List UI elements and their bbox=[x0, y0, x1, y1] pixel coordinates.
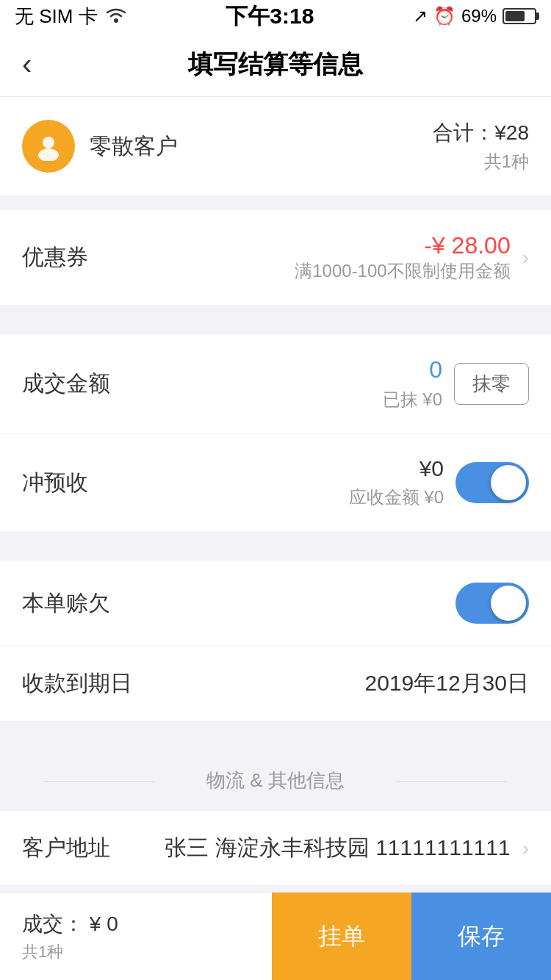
coupon-section[interactable]: 优惠券 -¥ 28.00 满1000-100不限制使用金额 › bbox=[0, 210, 551, 305]
divider-3 bbox=[0, 735, 551, 750]
logistics-header: 物流 & 其他信息 bbox=[0, 750, 551, 811]
coupon-right: -¥ 28.00 满1000-100不限制使用金额 › bbox=[295, 232, 529, 283]
nav-bar: ‹ 填写结算等信息 bbox=[0, 32, 551, 97]
status-bar: 无 SIM 卡 下午3:18 ↗ ⏰ 69% bbox=[0, 0, 551, 32]
credit-toggle[interactable] bbox=[455, 583, 529, 624]
save-button[interactable]: 保存 bbox=[411, 893, 551, 981]
divider-1 bbox=[0, 320, 551, 334]
customer-row: 零散客户 合计：¥28 共1种 bbox=[0, 97, 551, 195]
credit-toggle-knob bbox=[491, 586, 526, 621]
logistics-header-label: 物流 & 其他信息 bbox=[206, 769, 345, 791]
coupon-row[interactable]: 优惠券 -¥ 28.00 满1000-100不限制使用金额 › bbox=[0, 210, 551, 305]
customer-left: 零散客户 bbox=[22, 120, 178, 173]
bottom-info: 成交： ¥ 0 共1种 bbox=[0, 910, 272, 963]
deal-amount-row: 成交金额 0 已抹 ¥0 抹零 bbox=[0, 334, 551, 434]
address-value: 张三 海淀永丰科技园 11111111111 bbox=[165, 833, 510, 863]
due-date-row: 收款到期日 2019年12月30日 bbox=[0, 646, 551, 721]
customer-count: 共1种 bbox=[433, 150, 529, 173]
status-right: ↗ ⏰ 69% bbox=[413, 6, 536, 26]
prepaid-value: ¥0 bbox=[349, 456, 444, 481]
deal-amount-right: 0 已抹 ¥0 抹零 bbox=[383, 356, 529, 411]
coupon-hint: 满1000-100不限制使用金额 bbox=[295, 259, 510, 283]
battery-percent: 69% bbox=[461, 6, 497, 26]
address-chevron-icon: › bbox=[522, 837, 529, 860]
prepaid-label: 冲预收 bbox=[22, 468, 88, 498]
coupon-chevron-icon: › bbox=[522, 246, 529, 270]
address-right: 张三 海淀永丰科技园 11111111111 › bbox=[165, 833, 529, 863]
due-date-label: 收款到期日 bbox=[22, 669, 132, 699]
status-time: 下午3:18 bbox=[226, 1, 314, 32]
hang-button[interactable]: 挂单 bbox=[272, 893, 411, 981]
location-icon: ↗ bbox=[413, 6, 428, 26]
coupon-label: 优惠券 bbox=[22, 242, 88, 273]
bottom-bar: 成交： ¥ 0 共1种 挂单 保存 bbox=[0, 892, 551, 980]
alarm-icon: ⏰ bbox=[433, 6, 455, 26]
coupon-discount: -¥ 28.00 bbox=[295, 232, 510, 259]
deal-amount-label: 成交金额 bbox=[22, 369, 110, 399]
bottom-deal-label: 成交： ¥ 0 bbox=[22, 910, 250, 938]
page-title: 填写结算等信息 bbox=[188, 48, 363, 82]
credit-right bbox=[455, 583, 529, 624]
svg-point-2 bbox=[38, 148, 59, 161]
deal-section: 成交金额 0 已抹 ¥0 抹零 冲预收 ¥0 应收金额 ¥0 bbox=[0, 334, 551, 531]
status-left: 无 SIM 卡 bbox=[15, 4, 127, 29]
address-row[interactable]: 客户地址 张三 海淀永丰科技园 11111111111 › bbox=[0, 811, 551, 885]
deal-amount-sub: 已抹 ¥0 bbox=[383, 388, 442, 411]
prepaid-right: ¥0 应收金额 ¥0 bbox=[349, 456, 529, 509]
customer-section: 零散客户 合计：¥28 共1种 bbox=[0, 97, 551, 195]
deal-amount-value: 0 bbox=[383, 356, 442, 383]
content-area: 零散客户 合计：¥28 共1种 优惠券 -¥ 28.00 满1000-100不限… bbox=[0, 97, 551, 980]
customer-total: 合计：¥28 bbox=[433, 119, 529, 147]
wifi-icon bbox=[105, 5, 127, 28]
prepaid-row: 冲预收 ¥0 应收金额 ¥0 bbox=[0, 434, 551, 531]
credit-section: 本单赊欠 收款到期日 2019年12月30日 bbox=[0, 561, 551, 721]
credit-label: 本单赊欠 bbox=[22, 588, 110, 619]
address-section[interactable]: 客户地址 张三 海淀永丰科技园 11111111111 › bbox=[0, 811, 551, 885]
customer-name: 零散客户 bbox=[90, 131, 178, 162]
svg-point-1 bbox=[43, 137, 54, 148]
bottom-deal-value: ¥ 0 bbox=[90, 912, 118, 935]
round-zero-button[interactable]: 抹零 bbox=[454, 363, 529, 405]
divider-2 bbox=[0, 546, 551, 561]
bottom-count: 共1种 bbox=[22, 941, 250, 963]
customer-avatar bbox=[22, 120, 75, 173]
due-date-value: 2019年12月30日 bbox=[365, 669, 529, 699]
bottom-deal-prefix: 成交： bbox=[22, 912, 84, 935]
prepaid-sub: 应收金额 ¥0 bbox=[349, 486, 444, 509]
prepaid-toggle-knob bbox=[491, 465, 526, 500]
battery-icon bbox=[503, 8, 536, 24]
carrier-label: 无 SIM 卡 bbox=[15, 4, 98, 29]
customer-right: 合计：¥28 共1种 bbox=[433, 119, 529, 173]
address-label: 客户地址 bbox=[22, 833, 110, 863]
svg-point-0 bbox=[114, 18, 118, 23]
credit-row: 本单赊欠 bbox=[0, 561, 551, 646]
back-button[interactable]: ‹ bbox=[22, 48, 32, 81]
prepaid-toggle[interactable] bbox=[455, 462, 529, 503]
